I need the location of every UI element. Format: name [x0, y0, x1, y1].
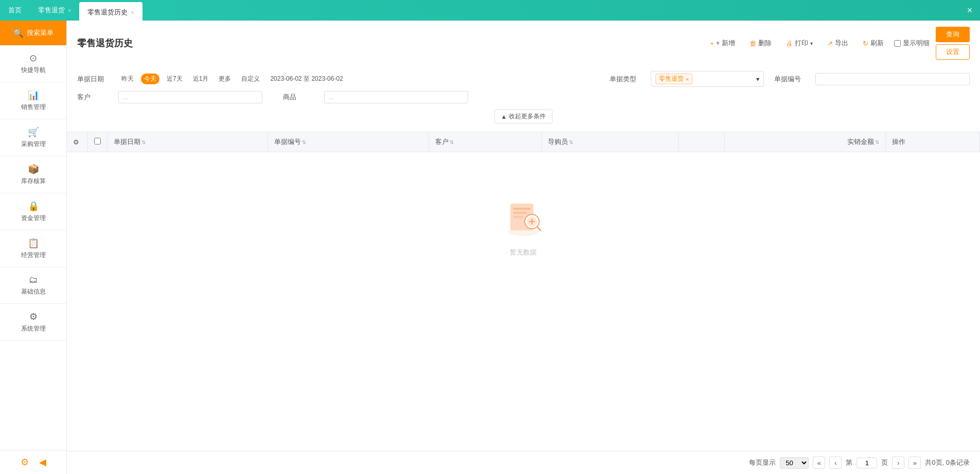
col-doc-date[interactable]: 单据日期⇅: [107, 132, 268, 152]
base-info-icon: 🗂: [29, 275, 38, 285]
refresh-button[interactable]: ↻ 刷新: [859, 37, 888, 50]
delete-icon: 🗑: [750, 40, 756, 47]
show-detail-checkbox[interactable]: [894, 40, 901, 47]
sidebar-item-label: 快捷导航: [21, 66, 46, 75]
collapse-sidebar-icon[interactable]: ◀: [39, 457, 46, 468]
last-page-button[interactable]: »: [908, 457, 921, 469]
add-icon: +: [710, 40, 714, 47]
print-button[interactable]: 🖨 打印 ▾: [782, 37, 817, 50]
sales-icon: 📊: [28, 89, 39, 101]
customer-label: 客户: [77, 93, 118, 102]
sort-doc-no[interactable]: ⇅: [302, 139, 306, 145]
collapse-icon: ▲: [501, 113, 507, 120]
tab-list: 首页 零售退货 × 零售退货历史 ×: [0, 0, 959, 21]
sort-doc-date[interactable]: ⇅: [141, 139, 146, 145]
date-options: 昨天 今天 近7天 近1月 更多 自定义: [118, 74, 263, 84]
first-page-button[interactable]: «: [813, 457, 825, 469]
delete-button[interactable]: 🗑 删除: [745, 37, 776, 50]
tab-close-retail-return-history[interactable]: ×: [131, 9, 134, 15]
sort-amount[interactable]: ⇅: [875, 139, 879, 145]
sidebar-item-purchase[interactable]: 🛒 采购管理: [0, 119, 66, 156]
sidebar-item-label: 资金管理: [21, 214, 46, 223]
sidebar-item-label: 经营管理: [21, 251, 46, 260]
sidebar: 🔍 搜索菜单 ⊙ 快捷导航 📊 销售管理 🛒 采购管理 📦 库存核算 🔒 资金管…: [0, 21, 67, 474]
select-all-checkbox[interactable]: [94, 138, 101, 144]
goods-label: 商品: [283, 93, 324, 102]
type-dropdown-icon: ▾: [756, 76, 759, 83]
top-bar: 首页 零售退货 × 零售退货历史 × ×: [0, 0, 980, 21]
add-button[interactable]: + + 新增: [706, 37, 739, 50]
svg-line-9: [537, 227, 541, 230]
sidebar-search-label: 搜索菜单: [27, 28, 54, 38]
col-guide[interactable]: 导购员⇅: [542, 132, 679, 152]
sidebar-item-system[interactable]: ⚙ 系统管理: [0, 304, 66, 341]
inventory-icon: 📦: [28, 163, 39, 175]
sidebar-item-base-info[interactable]: 🗂 基础信息: [0, 267, 66, 304]
page-number-input[interactable]: [857, 458, 877, 468]
type-filter-select[interactable]: 零售退货 × ▾: [651, 71, 764, 87]
system-icon: ⚙: [29, 311, 38, 322]
pagination: 每页显示 10 20 50 100 « ‹ 第 页 › » 共0页, 0条记录: [67, 451, 980, 474]
sidebar-item-operations[interactable]: 📋 经营管理: [0, 230, 66, 267]
svg-rect-4: [513, 216, 523, 218]
purchase-icon: 🛒: [28, 126, 39, 138]
collapse-filter-button[interactable]: ▲ 收起更多条件: [494, 110, 553, 123]
date-opt-7days[interactable]: 近7天: [164, 74, 186, 84]
sidebar-item-label: 销售管理: [21, 103, 46, 112]
filter-row-customer: 客户 ... 商品 ...: [77, 91, 970, 103]
content-area: 零售退货历史 + + 新增 🗑 删除 🖨 打印 ▾: [67, 21, 980, 474]
settings-button[interactable]: 设置: [936, 44, 970, 60]
print-dropdown-icon: ▾: [810, 41, 813, 46]
sidebar-item-sales[interactable]: 📊 销售管理: [0, 82, 66, 119]
sidebar-item-label: 系统管理: [21, 324, 46, 333]
page-size-select[interactable]: 10 20 50 100: [780, 457, 809, 469]
remove-type-tag[interactable]: ×: [686, 76, 689, 82]
page-header: 零售退货历史 + + 新增 🗑 删除 🖨 打印 ▾: [67, 21, 980, 132]
tab-retail-return[interactable]: 零售退货 ×: [30, 0, 79, 21]
empty-state: 暂无数据: [67, 152, 980, 298]
col-settings[interactable]: ⚙: [67, 132, 87, 152]
col-customer[interactable]: 客户⇅: [429, 132, 541, 152]
show-detail-label: 显示明细: [903, 39, 930, 48]
data-table: ⚙ 单据日期⇅ 单据编号⇅ 客户⇅ 导购员⇅ 实销金额⇅ 操作: [67, 132, 980, 298]
tab-retail-return-history[interactable]: 零售退货历史 ×: [79, 2, 142, 23]
sidebar-search[interactable]: 🔍 搜索菜单: [0, 21, 66, 45]
show-detail-checkbox-group: 显示明细: [894, 39, 930, 48]
tab-home[interactable]: 首页: [0, 0, 30, 21]
date-opt-more[interactable]: 更多: [216, 74, 234, 84]
doc-no-input[interactable]: [815, 73, 970, 85]
page-size-label: 每页显示: [749, 458, 776, 467]
svg-rect-2: [513, 208, 531, 210]
search-icon: 🔍: [13, 28, 24, 38]
total-records: 共0页, 0条记录: [925, 458, 970, 467]
customer-filter-input[interactable]: ...: [118, 91, 262, 103]
next-page-button[interactable]: ›: [892, 457, 904, 469]
date-opt-yesterday[interactable]: 昨天: [118, 74, 137, 84]
prev-page-button[interactable]: ‹: [829, 457, 842, 469]
query-button[interactable]: 查询: [936, 27, 970, 42]
doc-no-label: 单据编号: [774, 75, 815, 84]
export-button[interactable]: ↗ 导出: [823, 37, 852, 50]
sidebar-item-inventory[interactable]: 📦 库存核算: [0, 156, 66, 193]
date-opt-custom[interactable]: 自定义: [238, 74, 263, 84]
sort-guide[interactable]: ⇅: [569, 139, 573, 145]
sidebar-item-finance[interactable]: 🔒 资金管理: [0, 193, 66, 230]
col-actions: 操作: [885, 132, 979, 152]
date-opt-today[interactable]: 今天: [141, 74, 159, 84]
tab-close-retail-return[interactable]: ×: [68, 7, 71, 13]
settings-bottom-icon[interactable]: ⚙: [21, 457, 29, 468]
goods-filter-input[interactable]: ...: [324, 91, 468, 103]
sidebar-item-quick-nav[interactable]: ⊙ 快捷导航: [0, 45, 66, 82]
col-amount[interactable]: 实销金额⇅: [724, 132, 885, 152]
sort-customer[interactable]: ⇅: [450, 139, 454, 145]
col-checkbox[interactable]: [87, 132, 107, 152]
date-opt-1month[interactable]: 近1月: [190, 74, 212, 84]
date-filter-label: 单据日期: [77, 75, 118, 84]
sidebar-bottom: ⚙ ◀: [0, 450, 66, 474]
sidebar-item-label: 库存核算: [21, 177, 46, 186]
print-icon: 🖨: [786, 40, 793, 47]
sidebar-item-label: 采购管理: [21, 140, 46, 149]
col-doc-no[interactable]: 单据编号⇅: [268, 132, 429, 152]
page-title: 零售退货历史: [77, 37, 133, 49]
window-close-button[interactable]: ×: [959, 0, 980, 21]
